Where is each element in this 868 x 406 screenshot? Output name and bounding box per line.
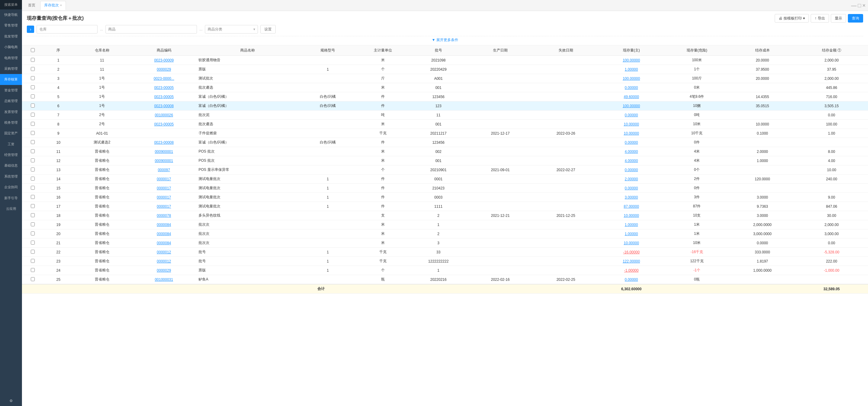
sidebar-search[interactable]: 搜索菜单 (0, 0, 22, 9)
row-checkbox-cell[interactable] (22, 184, 44, 193)
row-qty-main[interactable]: 3.00000 (598, 193, 664, 202)
row-qty-main[interactable]: 100.00000 (598, 101, 664, 110)
row-qty-main[interactable]: -1.00000 (598, 266, 664, 275)
row-code[interactable]: 0000017 (131, 202, 197, 211)
row-code[interactable]: 0000012 (131, 257, 197, 266)
expand-conditions[interactable]: ▼ 展开更多条件 (432, 37, 458, 43)
row-qty-main[interactable]: 100.00000 (598, 74, 664, 83)
row-checkbox-cell[interactable] (22, 101, 44, 110)
row-code[interactable]: 0000084 (131, 220, 197, 229)
tab-home[interactable]: 首页 (24, 1, 39, 10)
row-checkbox-cell[interactable] (22, 120, 44, 129)
row-code[interactable]: 0000078 (131, 211, 197, 220)
row-checkbox-cell[interactable] (22, 83, 44, 92)
row-checkbox[interactable] (31, 232, 35, 235)
tab-close-icon[interactable]: × (60, 4, 62, 7)
minimize-button[interactable]: — (851, 2, 857, 8)
row-qty-main[interactable]: 2.00000 (598, 174, 664, 184)
row-checkbox[interactable] (31, 222, 35, 226)
row-checkbox[interactable] (31, 104, 35, 107)
row-qty-main[interactable]: 1.00000 (598, 229, 664, 238)
row-code[interactable]: 0000017 (131, 184, 197, 193)
sidebar-item-system[interactable]: 系统管理 (0, 171, 22, 182)
row-checkbox[interactable] (31, 277, 35, 281)
row-qty-main[interactable]: 49.60000 (598, 92, 664, 101)
select-all-checkbox[interactable] (31, 48, 35, 52)
sidebar-item-guide[interactable]: 新手引导 (0, 193, 22, 203)
row-qty-main[interactable]: 0.00000 (598, 275, 664, 284)
row-checkbox-cell[interactable] (22, 129, 44, 138)
row-checkbox-cell[interactable] (22, 238, 44, 248)
row-qty-main[interactable]: 87.00000 (598, 202, 664, 211)
row-checkbox-cell[interactable] (22, 275, 44, 284)
query-button[interactable]: 查询 (848, 14, 863, 23)
sidebar-item-invoice[interactable]: 发票管理 (0, 107, 22, 117)
row-checkbox[interactable] (31, 195, 35, 199)
row-checkbox[interactable] (31, 168, 35, 171)
row-qty-main[interactable]: 1.00000 (598, 65, 664, 74)
sidebar-item-payroll[interactable]: 工资 (0, 139, 22, 149)
row-checkbox-cell[interactable] (22, 92, 44, 101)
row-code[interactable]: 0023-00005 (131, 83, 197, 92)
category-input[interactable] (208, 27, 253, 31)
row-checkbox[interactable] (31, 122, 35, 126)
row-code[interactable]: 0000017 (131, 193, 197, 202)
row-checkbox-cell[interactable] (22, 229, 44, 238)
row-qty-main[interactable]: 0.00000 (598, 165, 664, 174)
sidebar-item-ledger[interactable]: 总账管理 (0, 96, 22, 106)
row-checkbox-cell[interactable] (22, 174, 44, 184)
row-checkbox[interactable] (31, 250, 35, 254)
warehouse-input[interactable] (39, 27, 95, 31)
row-qty-main[interactable]: 1.00000 (598, 220, 664, 229)
sidebar-item-finance[interactable]: 资金管理 (0, 85, 22, 96)
row-code[interactable]: 0023-00009 (131, 56, 197, 65)
row-checkbox[interactable] (31, 259, 35, 263)
goods-input[interactable] (108, 27, 194, 31)
sidebar-item-cloud[interactable]: 云应用 (0, 203, 22, 214)
row-code[interactable]: 000097 (131, 165, 197, 174)
sidebar-item-operations[interactable]: 经营管理 (0, 149, 22, 160)
settings-icon[interactable]: ⚙ (0, 396, 22, 406)
row-code[interactable]: 000900001 (131, 147, 197, 156)
row-qty-main[interactable]: 0.00000 (598, 138, 664, 147)
category-filter[interactable]: ▾ (205, 25, 258, 34)
sidebar-item-basic[interactable]: 基础信息 (0, 160, 22, 171)
maximize-button[interactable]: □ (858, 2, 861, 8)
row-checkbox[interactable] (31, 58, 35, 62)
row-checkbox[interactable] (31, 131, 35, 135)
row-code[interactable]: 0000084 (131, 229, 197, 238)
goods-filter[interactable] (105, 25, 197, 34)
row-code[interactable]: 0000084 (131, 238, 197, 248)
sidebar-item-nav[interactable]: 快捷导航 (0, 9, 22, 20)
settings-button[interactable]: 设置 (260, 25, 276, 34)
row-checkbox-cell[interactable] (22, 156, 44, 165)
row-checkbox-cell[interactable] (22, 56, 44, 65)
export-button[interactable]: ↑ 导出 (811, 14, 829, 23)
row-qty-main[interactable]: 4.00000 (598, 147, 664, 156)
print-button[interactable]: 🖨 按模板打印 ▾ (775, 14, 809, 23)
row-checkbox[interactable] (31, 158, 35, 162)
row-checkbox[interactable] (31, 140, 35, 144)
row-checkbox-cell[interactable] (22, 110, 44, 120)
row-checkbox-cell[interactable] (22, 266, 44, 275)
col-checkbox[interactable] (22, 45, 44, 56)
row-code[interactable]: 000900001 (131, 156, 197, 165)
filter-arrow-button[interactable]: › (27, 26, 34, 33)
warehouse-filter[interactable] (37, 25, 98, 34)
row-checkbox-cell[interactable] (22, 211, 44, 220)
sidebar-item-assets[interactable]: 固定资产 (0, 128, 22, 139)
sidebar-item-purchase[interactable]: 采购管理 (0, 63, 22, 74)
row-checkbox[interactable] (31, 76, 35, 80)
row-code[interactable]: 0000029 (131, 65, 197, 74)
row-checkbox[interactable] (31, 241, 35, 244)
row-code[interactable] (131, 129, 197, 138)
row-code[interactable]: 001000026 (131, 110, 197, 120)
sidebar-item-collab[interactable]: 企业协同 (0, 182, 22, 193)
row-qty-main[interactable]: 0.00000 (598, 110, 664, 120)
row-checkbox-cell[interactable] (22, 65, 44, 74)
row-code[interactable]: 0023-0000... (131, 74, 197, 83)
display-button[interactable]: 显示 (831, 14, 846, 23)
row-qty-main[interactable]: 0.00000 (598, 83, 664, 92)
sidebar-item-tax[interactable]: 税务管理 (0, 117, 22, 128)
close-button[interactable]: × (862, 2, 866, 8)
